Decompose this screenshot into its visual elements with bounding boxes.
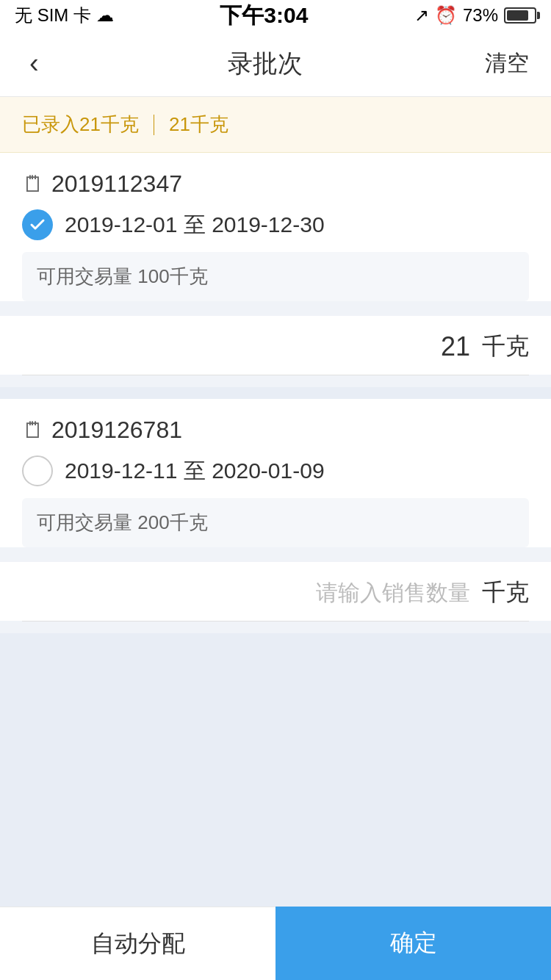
available-qty-2: 可用交易量 200千克 bbox=[22, 498, 529, 547]
batch-date-row-1: 2019-12-01 至 2019-12-30 bbox=[0, 203, 551, 252]
recorded-info-value: 21千克 bbox=[169, 112, 228, 137]
qty-input-area-1: 千克 bbox=[0, 316, 551, 375]
qty-divider-1 bbox=[22, 375, 529, 375]
no-sim-text: 无 SIM 卡 ☁ bbox=[15, 4, 114, 27]
qty-divider-2 bbox=[22, 621, 529, 621]
info-bar: 已录入21千克 21千克 bbox=[0, 97, 551, 153]
available-qty-1: 可用交易量 100千克 bbox=[22, 252, 529, 301]
clear-button[interactable]: 清空 bbox=[485, 48, 529, 79]
status-right: ↗ ⏰ 73% bbox=[414, 5, 536, 26]
info-divider bbox=[154, 115, 154, 135]
batch-checkbox-2[interactable] bbox=[22, 455, 53, 486]
qty-placeholder-2: 请输入销售数量 bbox=[22, 578, 470, 608]
alarm-icon: ⏰ bbox=[435, 5, 457, 26]
batch-icon-2: 🗒 bbox=[22, 418, 44, 443]
batch-item-1: 🗒 2019112347 2019-12-01 至 2019-12-30 可用交… bbox=[0, 153, 551, 301]
auto-distribute-button[interactable]: 自动分配 bbox=[0, 907, 276, 980]
nav-bar: ‹ 录批次 清空 bbox=[0, 31, 551, 97]
battery-percent: 73% bbox=[463, 5, 498, 26]
batch-date-2: 2019-12-11 至 2020-01-09 bbox=[65, 456, 325, 486]
bottom-bar: 自动分配 确定 bbox=[0, 907, 551, 980]
location-icon: ↗ bbox=[414, 5, 429, 26]
battery-icon bbox=[504, 7, 536, 24]
batch-icon-1: 🗒 bbox=[22, 172, 44, 197]
qty-input-1[interactable] bbox=[338, 331, 470, 362]
status-time: 下午3:04 bbox=[220, 1, 308, 31]
confirm-button[interactable]: 确定 bbox=[276, 907, 551, 980]
qty-unit-2: 千克 bbox=[482, 577, 529, 609]
batch-date-row-2: 2019-12-11 至 2020-01-09 bbox=[0, 450, 551, 498]
qty-input-area-2: 请输入销售数量 千克 bbox=[0, 562, 551, 621]
page-title: 录批次 bbox=[228, 47, 303, 81]
batch-header-1: 🗒 2019112347 bbox=[0, 153, 551, 203]
back-button[interactable]: ‹ bbox=[22, 40, 46, 87]
batch-header-2: 🗒 2019126781 bbox=[0, 399, 551, 450]
status-left: 无 SIM 卡 ☁ bbox=[15, 4, 114, 27]
section-divider bbox=[0, 387, 551, 399]
batch-id-1: 2019112347 bbox=[51, 170, 182, 198]
batch-date-1: 2019-12-01 至 2019-12-30 bbox=[65, 210, 325, 240]
qty-unit-1: 千克 bbox=[482, 331, 529, 363]
recorded-info-label: 已录入21千克 bbox=[22, 112, 139, 137]
batch-checkbox-1[interactable] bbox=[22, 209, 53, 240]
batch-item-2: 🗒 2019126781 2019-12-11 至 2020-01-09 可用交… bbox=[0, 399, 551, 547]
batch-id-2: 2019126781 bbox=[51, 417, 182, 444]
status-bar: 无 SIM 卡 ☁ 下午3:04 ↗ ⏰ 73% bbox=[0, 0, 551, 31]
